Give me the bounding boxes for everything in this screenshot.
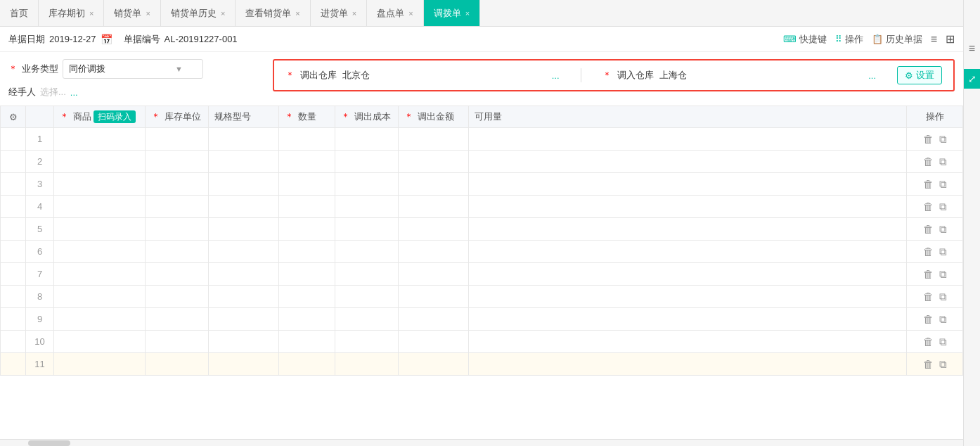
tab-close-sales-order[interactable]: ×: [146, 9, 150, 18]
row-avail-8[interactable]: [469, 286, 907, 308]
row-spec-1[interactable]: [209, 128, 279, 151]
row-cost-11[interactable]: [335, 353, 399, 376]
row-product-1[interactable]: [54, 128, 146, 151]
row-product-3[interactable]: [54, 173, 146, 196]
row-product-7[interactable]: [54, 263, 146, 286]
row-spec-6[interactable]: [209, 241, 279, 263]
column-settings-icon[interactable]: ⚙: [9, 112, 18, 122]
shortcuts-btn[interactable]: ⌨ 快捷键: [783, 33, 827, 46]
tab-close-inventory-check[interactable]: ×: [408, 9, 413, 18]
tab-close-inventory-init[interactable]: ×: [89, 9, 94, 18]
row-avail-4[interactable]: [469, 196, 907, 218]
calendar-icon[interactable]: 📅: [101, 34, 112, 45]
row-unit-6[interactable]: [146, 241, 209, 263]
copy-icon-7[interactable]: ⧉: [939, 268, 947, 281]
handler-select[interactable]: 选择...: [40, 86, 66, 98]
row-amount-6[interactable]: [399, 241, 469, 263]
row-cost-2[interactable]: [335, 151, 399, 173]
row-spec-10[interactable]: [209, 331, 279, 353]
row-spec-3[interactable]: [209, 173, 279, 196]
settings-button[interactable]: ⚙ 设置: [897, 66, 942, 84]
copy-icon-3[interactable]: ⧉: [939, 178, 947, 191]
row-amount-7[interactable]: [399, 263, 469, 286]
row-cost-1[interactable]: [335, 128, 399, 151]
row-unit-1[interactable]: [146, 128, 209, 151]
tab-sales-history[interactable]: 销货单历史 ×: [161, 0, 236, 26]
copy-icon-4[interactable]: ⧉: [939, 200, 947, 213]
handler-more[interactable]: ...: [70, 87, 78, 98]
row-amount-10[interactable]: [399, 331, 469, 353]
row-qty-5[interactable]: [279, 218, 335, 241]
tab-close-sales-history[interactable]: ×: [221, 9, 225, 18]
row-qty-10[interactable]: [279, 331, 335, 353]
row-unit-11[interactable]: [146, 353, 209, 376]
row-spec-9[interactable]: [209, 308, 279, 331]
row-spec-2[interactable]: [209, 151, 279, 173]
row-cost-5[interactable]: [335, 218, 399, 241]
row-unit-4[interactable]: [146, 196, 209, 218]
row-product-6[interactable]: [54, 241, 146, 263]
delete-icon-10[interactable]: 🗑: [923, 336, 934, 348]
copy-icon-2[interactable]: ⧉: [939, 155, 947, 168]
row-qty-11[interactable]: [279, 353, 335, 376]
row-amount-1[interactable]: [399, 128, 469, 151]
row-amount-11[interactable]: [399, 353, 469, 376]
scroll-bar[interactable]: [28, 440, 70, 446]
row-spec-5[interactable]: [209, 218, 279, 241]
warehouse-in-more[interactable]: ...: [868, 70, 876, 81]
row-cost-4[interactable]: [335, 196, 399, 218]
row-cost-3[interactable]: [335, 173, 399, 196]
row-spec-4[interactable]: [209, 196, 279, 218]
tab-purchase-order[interactable]: 进货单 ×: [311, 0, 367, 26]
row-product-10[interactable]: [54, 331, 146, 353]
row-product-5[interactable]: [54, 218, 146, 241]
tab-view-sales[interactable]: 查看销货单 ×: [236, 0, 310, 26]
delete-icon-5[interactable]: 🗑: [923, 223, 934, 235]
operations-btn[interactable]: ⠿ 操作: [835, 33, 863, 46]
row-qty-9[interactable]: [279, 308, 335, 331]
row-avail-10[interactable]: [469, 331, 907, 353]
tab-sales-order[interactable]: 销货单 ×: [104, 0, 160, 26]
row-cost-6[interactable]: [335, 241, 399, 263]
row-unit-3[interactable]: [146, 173, 209, 196]
copy-icon-6[interactable]: ⧉: [939, 246, 947, 258]
row-cost-7[interactable]: [335, 263, 399, 286]
tab-close-transfer-order[interactable]: ×: [465, 9, 470, 18]
row-avail-7[interactable]: [469, 263, 907, 286]
row-qty-1[interactable]: [279, 128, 335, 151]
history-btn[interactable]: 📋 历史单据: [872, 33, 922, 46]
grid2-icon[interactable]: ⊞: [946, 32, 955, 46]
row-qty-3[interactable]: [279, 173, 335, 196]
row-avail-5[interactable]: [469, 218, 907, 241]
tab-close-purchase-order[interactable]: ×: [352, 9, 356, 18]
row-avail-6[interactable]: [469, 241, 907, 263]
row-qty-4[interactable]: [279, 196, 335, 218]
tab-transfer-order[interactable]: 调拨单 ×: [424, 0, 480, 26]
row-spec-8[interactable]: [209, 286, 279, 308]
row-product-11[interactable]: [54, 353, 146, 376]
delete-icon-4[interactable]: 🗑: [923, 200, 934, 212]
row-unit-2[interactable]: [146, 151, 209, 173]
warehouse-out-more[interactable]: ...: [552, 70, 560, 81]
delete-icon-2[interactable]: 🗑: [923, 155, 934, 167]
copy-icon-5[interactable]: ⧉: [939, 223, 947, 236]
lines-icon[interactable]: ≡: [931, 33, 937, 46]
row-qty-6[interactable]: [279, 241, 335, 263]
delete-icon-1[interactable]: 🗑: [923, 133, 934, 145]
row-amount-3[interactable]: [399, 173, 469, 196]
delete-icon-3[interactable]: 🗑: [923, 178, 934, 190]
barcode-scan-button[interactable]: 扫码录入: [94, 110, 136, 123]
row-qty-2[interactable]: [279, 151, 335, 173]
row-avail-2[interactable]: [469, 151, 907, 173]
row-amount-5[interactable]: [399, 218, 469, 241]
delete-icon-7[interactable]: 🗑: [923, 268, 934, 280]
business-type-select[interactable]: 同价调拨 ▼: [63, 59, 203, 79]
th-settings[interactable]: ⚙: [1, 106, 26, 128]
row-unit-8[interactable]: [146, 286, 209, 308]
copy-icon-11[interactable]: ⧉: [939, 358, 947, 371]
row-avail-11[interactable]: [469, 353, 907, 376]
scroll-row[interactable]: [0, 439, 963, 446]
row-cost-10[interactable]: [335, 331, 399, 353]
row-cost-8[interactable]: [335, 286, 399, 308]
row-product-9[interactable]: [54, 308, 146, 331]
